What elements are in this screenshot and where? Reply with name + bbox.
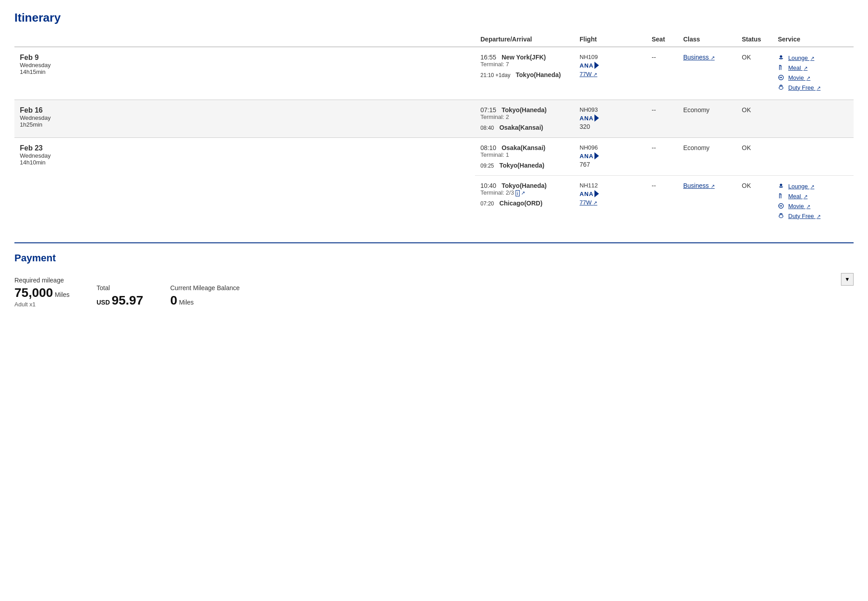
service-item: Duty Free ↗: [778, 212, 848, 220]
ana-text: ANA: [580, 115, 594, 122]
balance-value: 0: [170, 293, 178, 307]
class-cell: Economy: [678, 100, 736, 138]
class-link[interactable]: Business ↗: [683, 54, 715, 61]
svg-rect-11: [780, 187, 782, 188]
date-day: Wednesday: [20, 152, 470, 159]
payment-section: Payment Required mileage 75,000 Miles Ad…: [14, 242, 854, 308]
svg-point-8: [779, 86, 783, 89]
service-link-duty-free[interactable]: Duty Free ↗: [788, 213, 821, 219]
svg-rect-1: [779, 58, 783, 59]
service-icon-meal: [778, 64, 786, 72]
service-item: Meal ↗: [778, 192, 848, 200]
status-cell: OK: [736, 138, 772, 176]
required-mileage-value: 75,000: [14, 286, 53, 300]
service-icon-lounge: [778, 182, 786, 190]
date-duration: 1h25min: [20, 121, 470, 128]
col-header-date: [14, 32, 475, 47]
aircraft-link[interactable]: 77W ↗: [580, 199, 597, 206]
ana-wing-icon: [594, 190, 599, 197]
arrive-time: 09:25: [480, 163, 494, 169]
aircraft-text: 320: [580, 123, 590, 130]
service-link-movie[interactable]: Movie ↗: [788, 74, 810, 81]
service-link-meal[interactable]: Meal ↗: [788, 193, 808, 200]
depart-time: 07:15: [480, 106, 496, 114]
itinerary-table: Departure/Arrival Flight Seat Class Stat…: [14, 32, 854, 228]
depart-terminal: Terminal: 2/3 i ↗: [480, 189, 569, 196]
service-icon-movie: [778, 202, 786, 210]
depart-terminal: Terminal: 1: [480, 151, 569, 158]
svg-point-0: [780, 55, 782, 58]
svg-point-15: [780, 205, 782, 207]
arrive-row: 09:25 Tokyo(Haneda): [480, 162, 569, 169]
service-link-duty-free[interactable]: Duty Free ↗: [788, 84, 821, 91]
table-row: Feb 23 Wednesday 14h10min 08:10 Osaka(Ka…: [14, 138, 854, 176]
flight-number: NH093: [580, 106, 641, 113]
total-currency: USD: [96, 299, 110, 306]
ana-logo: ANA: [580, 152, 641, 159]
service-cell: [772, 100, 854, 138]
service-link-meal[interactable]: Meal ↗: [788, 64, 808, 71]
service-link-lounge[interactable]: Lounge ↗: [788, 183, 814, 190]
balance-value-row: 0 Miles: [170, 293, 240, 308]
depart-place: New York(JFK): [502, 54, 546, 61]
required-mileage-item: Required mileage 75,000 Miles Adult x1: [14, 277, 69, 308]
service-link-movie[interactable]: Movie ↗: [788, 203, 810, 209]
table-row: Feb 16 Wednesday 1h25min 07:15 Tokyo(Han…: [14, 100, 854, 138]
svg-rect-2: [780, 59, 782, 59]
service-item: Movie ↗: [778, 73, 848, 82]
date-day: Wednesday: [20, 114, 470, 121]
depart-row: 16:55 New York(JFK): [480, 54, 569, 61]
service-cell: [772, 138, 854, 176]
flight-number: NH109: [580, 54, 641, 60]
svg-rect-10: [779, 187, 783, 187]
class-link[interactable]: Business ↗: [683, 182, 715, 189]
total-value-row: USD 95.97: [96, 293, 143, 308]
col-header-status: Status: [736, 32, 772, 47]
payment-dropdown-button[interactable]: ▼: [841, 273, 854, 286]
total-label: Total: [96, 284, 143, 291]
depart-time: 10:40: [480, 182, 496, 189]
arrive-time: 07:20: [480, 200, 494, 207]
arrive-place: Tokyo(Haneda): [499, 162, 544, 169]
depart-time: 08:10: [480, 144, 496, 151]
departure-arrival-cell: 16:55 New York(JFK) Terminal: 7 21:10 +1…: [475, 47, 574, 100]
ana-wing-icon: [594, 152, 599, 159]
depart-terminal: Terminal: 7: [480, 61, 569, 68]
service-item: Movie ↗: [778, 202, 848, 210]
flight-cell: NH112 ANA 77W ↗: [574, 176, 646, 228]
date-cell: Feb 16 Wednesday 1h25min: [14, 100, 475, 138]
col-header-departure: Departure/Arrival: [475, 32, 574, 47]
flight-cell: NH093 ANA 320: [574, 100, 646, 138]
service-link-lounge[interactable]: Lounge ↗: [788, 55, 814, 61]
service-item: Meal ↗: [778, 64, 848, 72]
date-duration: 14h15min: [20, 68, 470, 75]
flight-cell: NH096 ANA 767: [574, 138, 646, 176]
aircraft-link[interactable]: 77W ↗: [580, 71, 597, 77]
depart-terminal: Terminal: 2: [480, 114, 569, 120]
required-mileage-sub: Adult x1: [14, 301, 69, 308]
service-cell: Lounge ↗ Meal ↗ Movie ↗ Duty Free ↗: [772, 47, 854, 100]
col-header-class: Class: [678, 32, 736, 47]
arrive-row: 07:20 Chicago(ORD): [480, 200, 569, 207]
status-cell: OK: [736, 47, 772, 100]
service-icon-movie: [778, 73, 786, 82]
flight-number: NH096: [580, 144, 641, 151]
required-mileage-unit-text: Miles: [55, 291, 70, 298]
seat-cell: --: [646, 176, 678, 228]
arrive-row: 21:10 +1day Tokyo(Haneda): [480, 71, 569, 78]
class-cell: Economy: [678, 138, 736, 176]
ana-logo: ANA: [580, 114, 641, 122]
aircraft-text: 767: [580, 161, 590, 168]
seat-cell: --: [646, 138, 678, 176]
class-text: Economy: [683, 144, 709, 151]
date-duration: 14h10min: [20, 159, 470, 166]
arrive-place: Tokyo(Haneda): [516, 71, 561, 78]
service-cell: Lounge ↗ Meal ↗ Movie ↗ Duty Free ↗: [772, 176, 854, 228]
svg-point-9: [780, 184, 782, 186]
arrive-place: Chicago(ORD): [499, 200, 543, 207]
flight-number: NH112: [580, 182, 641, 189]
date-cell: Feb 9 Wednesday 14h15min: [14, 47, 475, 100]
required-mileage-value-row: 75,000 Miles: [14, 286, 69, 300]
service-item: Lounge ↗: [778, 54, 848, 62]
service-icon-meal: [778, 192, 786, 200]
